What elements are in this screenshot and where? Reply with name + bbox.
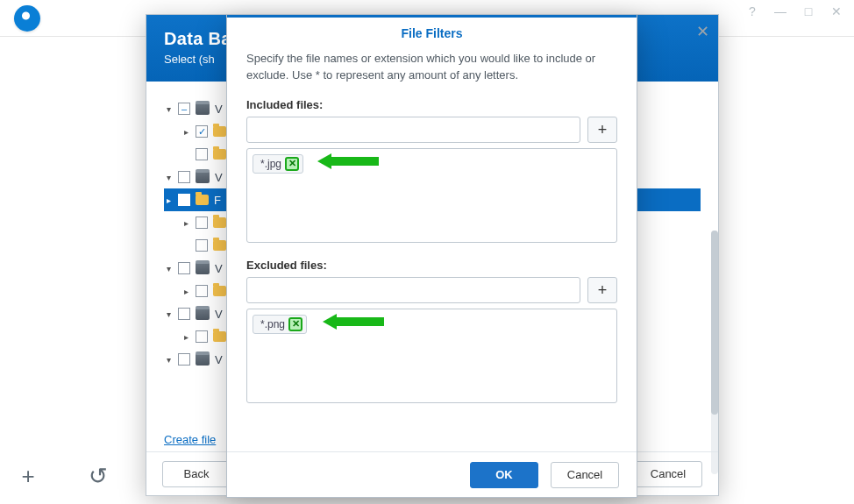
folder-icon	[213, 217, 226, 228]
checkbox[interactable]	[196, 148, 208, 160]
file-filters-dialog: File Filters Specify the file names or e…	[226, 14, 637, 498]
tree-label: V	[215, 262, 223, 275]
expand-arrow-icon[interactable]: ▸	[181, 218, 190, 228]
folder-icon	[213, 286, 226, 296]
history-icon[interactable]: ↺	[79, 458, 117, 493]
folder-icon	[213, 126, 226, 137]
tree-label: V	[215, 171, 223, 184]
checkbox[interactable]	[178, 171, 190, 183]
volume-icon	[196, 308, 210, 320]
filter-chip[interactable]: *.png✕	[253, 315, 307, 334]
tree-label: V	[215, 353, 223, 366]
ok-button[interactable]: OK	[470, 462, 538, 488]
folder-icon	[213, 149, 226, 160]
wizard-close-icon[interactable]: ✕	[696, 22, 709, 41]
expand-arrow-icon[interactable]: ▾	[164, 173, 173, 182]
checkbox[interactable]	[178, 262, 190, 274]
checkbox[interactable]	[196, 285, 208, 297]
filter-chip-label: *.jpg	[260, 158, 281, 170]
checkbox[interactable]	[178, 308, 190, 320]
annotation-arrow-icon	[323, 314, 384, 330]
excluded-files-label: Excluded files:	[246, 259, 617, 272]
included-input[interactable]	[246, 117, 580, 143]
folder-icon	[213, 240, 226, 251]
excluded-chip-box: *.png✕	[246, 309, 617, 403]
maximize-icon[interactable]: □	[798, 4, 819, 19]
dialog-footer: OK Cancel	[227, 451, 637, 497]
minimize-icon[interactable]: —	[770, 4, 791, 19]
dialog-title: File Filters	[227, 18, 637, 46]
expand-arrow-icon[interactable]: ▾	[164, 355, 173, 365]
cancel-button[interactable]: Cancel	[551, 462, 619, 488]
dialog-description: Specify the file names or extension whic…	[246, 51, 617, 84]
remove-chip-icon[interactable]: ✕	[285, 157, 299, 171]
tree-scrollbar-thumb[interactable]	[711, 231, 718, 415]
checkbox[interactable]	[196, 217, 208, 229]
window-controls: ? — □ ✕	[742, 4, 847, 19]
app-logo-icon[interactable]	[14, 5, 40, 32]
expand-arrow-icon[interactable]: ▾	[164, 264, 173, 273]
expand-arrow-icon[interactable]: ▸	[181, 287, 190, 296]
excluded-add-button[interactable]: +	[587, 277, 617, 303]
included-files-label: Included files:	[246, 98, 617, 111]
close-window-icon[interactable]: ✕	[826, 4, 847, 19]
tree-label: V	[215, 103, 223, 116]
create-file-filter-link[interactable]: Create file	[164, 433, 216, 446]
checkbox[interactable]	[196, 239, 208, 252]
volume-icon	[196, 353, 210, 366]
filter-chip[interactable]: *.jpg✕	[253, 154, 303, 174]
expand-arrow-icon[interactable]: ▸	[181, 127, 190, 137]
annotation-arrow-icon	[317, 153, 379, 169]
checkbox[interactable]	[178, 103, 190, 115]
excluded-add-row: +	[246, 277, 617, 303]
checkbox[interactable]	[178, 194, 190, 206]
expand-arrow-icon[interactable]: ▾	[164, 104, 173, 114]
expand-arrow-icon[interactable]: ▾	[164, 309, 173, 319]
expand-arrow-icon[interactable]: ▸	[164, 195, 173, 205]
volume-icon	[196, 171, 210, 183]
expand-arrow-icon[interactable]: ▸	[181, 332, 190, 342]
volume-icon	[196, 262, 210, 274]
bottom-left-tools: + ↺	[9, 458, 117, 493]
included-add-button[interactable]: +	[587, 117, 617, 143]
tree-scrollbar[interactable]	[711, 231, 718, 474]
included-chip-box: *.jpg✕	[246, 148, 617, 243]
remove-chip-icon[interactable]: ✕	[288, 317, 302, 331]
volume-icon	[196, 103, 210, 115]
help-icon[interactable]: ?	[742, 4, 763, 19]
wizard-cancel-button[interactable]: Cancel	[634, 461, 702, 487]
checkbox[interactable]	[196, 125, 208, 138]
tree-label: F	[214, 194, 221, 207]
folder-icon	[213, 331, 226, 342]
back-button[interactable]: Back	[162, 461, 231, 487]
included-add-row: +	[246, 117, 617, 143]
tree-label: V	[215, 308, 223, 321]
filter-chip-label: *.png	[260, 318, 285, 330]
folder-icon	[196, 195, 209, 205]
dialog-body: Specify the file names or extension whic…	[227, 46, 637, 451]
add-task-icon[interactable]: +	[9, 458, 47, 493]
excluded-input[interactable]	[246, 277, 580, 303]
checkbox[interactable]	[178, 353, 190, 366]
checkbox[interactable]	[196, 330, 208, 343]
